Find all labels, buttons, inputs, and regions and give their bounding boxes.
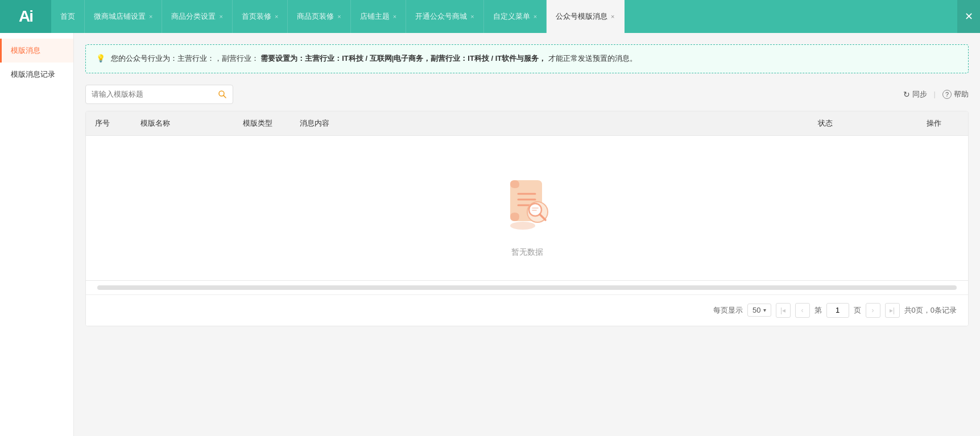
table-header: 序号 模版名称 模版类型 消息内容 状态 操作 bbox=[86, 111, 968, 136]
page-size-label: 每页显示 bbox=[713, 305, 743, 315]
notice-icon: 💡 bbox=[96, 54, 105, 63]
nav-tab-category-settings[interactable]: 商品分类设置 × bbox=[162, 0, 232, 33]
search-input-wrap[interactable] bbox=[85, 85, 233, 104]
sync-button[interactable]: ↻ 同步 bbox=[903, 89, 927, 99]
top-nav: Ai 首页 微商城店铺设置 × 商品分类设置 × 首页装修 × 商品页装修 × … bbox=[0, 0, 980, 33]
last-page-icon: ▸| bbox=[890, 306, 895, 314]
nav-tab-product-decor[interactable]: 商品页装修 × bbox=[288, 0, 350, 33]
pagination-row: 每页显示 50 ▾ |◂ ‹ 第 页 › bbox=[86, 294, 968, 326]
close-tab-template-msg[interactable]: × bbox=[611, 13, 614, 20]
empty-illustration bbox=[493, 170, 561, 238]
svg-point-2 bbox=[510, 222, 535, 230]
th-content: 消息内容 bbox=[291, 111, 809, 135]
prev-page-icon: ‹ bbox=[801, 306, 804, 314]
close-tab-product-decor[interactable]: × bbox=[337, 13, 341, 20]
notice-highlight: 需要设置为：主营行业：IT科技 / 互联网|电子商务，副营行业：IT科技 / I… bbox=[260, 54, 546, 63]
close-tab-home-decor[interactable]: × bbox=[275, 13, 278, 20]
close-tab-shop-theme[interactable]: × bbox=[393, 13, 396, 20]
close-tab-shop-settings[interactable]: × bbox=[149, 13, 152, 20]
close-tab-custom-menu[interactable]: × bbox=[534, 13, 537, 20]
chevron-down-icon: ▾ bbox=[763, 307, 766, 313]
th-action: 操作 bbox=[900, 111, 968, 135]
close-tab-category-settings[interactable]: × bbox=[219, 13, 222, 20]
nav-tab-home[interactable]: 首页 bbox=[51, 0, 85, 33]
data-table: 序号 模版名称 模版类型 消息内容 状态 操作 bbox=[85, 111, 969, 326]
nav-tab-open-mall[interactable]: 开通公众号商城 × bbox=[406, 0, 483, 33]
th-type: 模版类型 bbox=[234, 111, 291, 135]
page-size-select[interactable]: 50 ▾ bbox=[747, 304, 771, 317]
nav-tab-custom-menu[interactable]: 自定义菜单 × bbox=[484, 0, 547, 33]
sync-icon: ↻ bbox=[903, 90, 910, 99]
divider: | bbox=[934, 90, 936, 98]
page-input[interactable] bbox=[826, 303, 849, 318]
nav-tab-home-decor[interactable]: 首页装修 × bbox=[233, 0, 288, 33]
page-label-post: 页 bbox=[854, 305, 861, 315]
nav-tabs: 首页 微商城店铺设置 × 商品分类设置 × 首页装修 × 商品页装修 × 店铺主… bbox=[51, 0, 957, 33]
first-page-icon: |◂ bbox=[780, 306, 785, 314]
help-icon: ? bbox=[942, 90, 952, 99]
toolbar-right: ↻ 同步 | ? 帮助 bbox=[903, 89, 969, 99]
nav-tab-shop-settings[interactable]: 微商城店铺设置 × bbox=[85, 0, 162, 33]
content-area: 💡 您的公众号行业为：主营行业：，副营行业： 需要设置为：主营行业：IT科技 /… bbox=[74, 33, 980, 436]
next-page-icon: › bbox=[872, 306, 874, 314]
th-name: 模版名称 bbox=[131, 111, 234, 135]
close-tab-open-mall[interactable]: × bbox=[470, 13, 474, 20]
th-status: 状态 bbox=[809, 111, 900, 135]
notice-box: 💡 您的公众号行业为：主营行业：，副营行业： 需要设置为：主营行业：IT科技 /… bbox=[85, 44, 969, 73]
th-seq: 序号 bbox=[86, 111, 131, 135]
search-button[interactable] bbox=[218, 90, 227, 99]
scrollbar-row[interactable] bbox=[86, 280, 968, 294]
close-all-button[interactable]: ✕ bbox=[957, 0, 980, 33]
nav-tab-template-msg[interactable]: 公众号模版消息 × bbox=[547, 0, 624, 33]
next-page-button[interactable]: › bbox=[866, 303, 880, 318]
horizontal-scrollbar[interactable] bbox=[97, 285, 957, 290]
sidebar: 模版消息 模版消息记录 bbox=[0, 33, 74, 436]
app-logo: Ai bbox=[0, 0, 51, 33]
sidebar-item-template-msg[interactable]: 模版消息 bbox=[0, 39, 73, 63]
last-page-button[interactable]: ▸| bbox=[885, 303, 900, 318]
total-label: 共0页，0条记录 bbox=[904, 305, 957, 315]
search-input[interactable] bbox=[92, 90, 218, 98]
empty-text: 暂无数据 bbox=[511, 247, 543, 258]
svg-line-1 bbox=[224, 95, 226, 98]
page-label-pre: 第 bbox=[814, 305, 822, 315]
help-button[interactable]: ? 帮助 bbox=[942, 89, 969, 99]
nav-tab-shop-theme[interactable]: 店铺主题 × bbox=[351, 0, 406, 33]
prev-page-button[interactable]: ‹ bbox=[795, 303, 810, 318]
search-row: ↻ 同步 | ? 帮助 bbox=[85, 85, 969, 104]
sidebar-item-template-record[interactable]: 模版消息记录 bbox=[0, 63, 73, 86]
first-page-button[interactable]: |◂ bbox=[776, 303, 791, 318]
empty-state: 暂无数据 bbox=[86, 136, 968, 280]
main-layout: 模版消息 模版消息记录 💡 您的公众号行业为：主营行业：，副营行业： 需要设置为… bbox=[0, 33, 980, 436]
